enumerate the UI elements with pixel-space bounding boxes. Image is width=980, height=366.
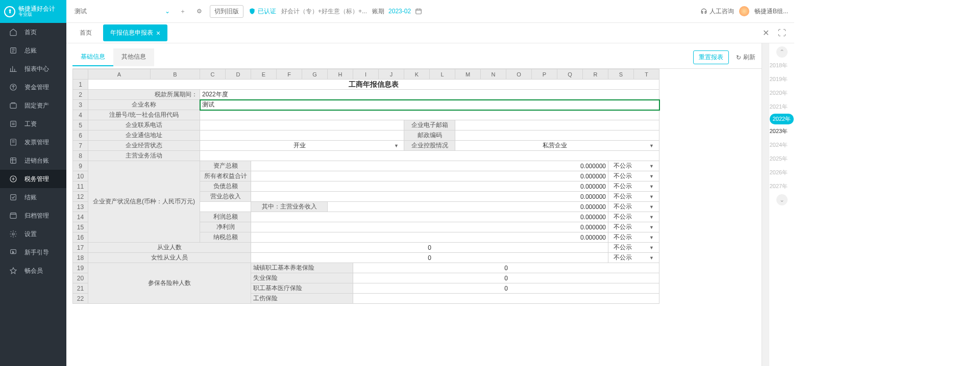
value-cell[interactable]: 0.000000 <box>251 192 608 202</box>
year-option[interactable]: 2023年 <box>770 124 794 138</box>
dropdown-cell[interactable]: 开业▼ <box>200 141 404 151</box>
column-header[interactable]: M <box>455 69 481 80</box>
column-header[interactable]: E <box>251 69 277 80</box>
row-header[interactable]: 13 <box>73 202 88 212</box>
row-header[interactable]: 3 <box>73 100 88 110</box>
row-header[interactable]: 9 <box>73 161 88 171</box>
input-cell[interactable] <box>455 120 659 130</box>
input-cell[interactable] <box>200 130 404 141</box>
dropdown-cell[interactable]: 不公示▼ <box>608 243 659 253</box>
value-cell[interactable]: 0 <box>251 253 608 263</box>
value-cell[interactable]: 0 <box>251 243 608 253</box>
column-header[interactable]: I <box>353 69 379 80</box>
value-cell[interactable]: 0 <box>353 263 659 273</box>
dropdown-cell[interactable]: 不公示▼ <box>608 192 659 202</box>
column-header[interactable]: Q <box>557 69 583 80</box>
year-up-icon[interactable]: ⌃ <box>776 46 788 58</box>
year-option[interactable]: 2026年 <box>770 166 794 179</box>
sidebar-item-inventory[interactable]: 进销台账 <box>0 151 66 170</box>
column-header[interactable]: B <box>151 69 200 80</box>
column-header[interactable]: G <box>302 69 328 80</box>
sidebar-item-funds[interactable]: 资金管理 <box>0 78 66 96</box>
dropdown-cell[interactable]: 不公示▼ <box>608 222 659 232</box>
sidebar-item-ledger[interactable]: 总账 <box>0 41 66 60</box>
tab-annual-report[interactable]: 年报信息申报表 × <box>103 24 167 41</box>
column-header[interactable]: F <box>277 69 302 80</box>
sidebar-item-reports[interactable]: 报表中心 <box>0 60 66 78</box>
year-option[interactable]: 2024年 <box>770 138 794 152</box>
value-cell[interactable]: 0.000000 <box>251 171 608 181</box>
column-header[interactable]: N <box>481 69 506 80</box>
value-cell[interactable]: 0.000000 <box>251 232 608 243</box>
row-header[interactable]: 18 <box>73 253 88 263</box>
row-header[interactable]: 11 <box>73 181 88 192</box>
scrollbar[interactable] <box>762 43 769 366</box>
tab-home[interactable]: 首页 <box>72 24 99 41</box>
value-cell[interactable]: 0 <box>353 273 659 283</box>
support-link[interactable]: 人工咨询 <box>700 7 734 16</box>
close-all-icon[interactable]: ✕ <box>760 27 772 39</box>
input-cell[interactable] <box>200 151 659 161</box>
row-header[interactable]: 10 <box>73 171 88 181</box>
column-header[interactable]: A <box>88 69 151 80</box>
row-header[interactable]: 12 <box>73 192 88 202</box>
year-option[interactable]: 2019年 <box>770 72 794 86</box>
sheet-tab-basic[interactable]: 基础信息 <box>72 48 113 66</box>
company-name-cell[interactable]: 测试 <box>200 100 659 110</box>
sheet-tab-other[interactable]: 其他信息 <box>113 48 154 66</box>
sidebar-item-vip[interactable]: 畅会员 <box>0 262 66 280</box>
row-header[interactable]: 17 <box>73 243 88 253</box>
column-header[interactable]: L <box>430 69 455 80</box>
year-option[interactable]: 2021年 <box>770 100 794 114</box>
row-header[interactable]: 16 <box>73 232 88 243</box>
gear-icon[interactable]: ⚙ <box>193 6 205 17</box>
column-header[interactable]: D <box>226 69 251 80</box>
sidebar-item-guide[interactable]: 新手引导 <box>0 243 66 262</box>
dropdown-cell[interactable]: 不公示▼ <box>608 232 659 243</box>
year-option[interactable]: 2022年 <box>770 114 794 124</box>
refresh-button[interactable]: ↻ 刷新 <box>736 53 755 62</box>
row-header[interactable]: 8 <box>73 151 88 161</box>
column-header[interactable]: J <box>379 69 404 80</box>
row-header[interactable]: 6 <box>73 130 88 141</box>
sidebar-item-home[interactable]: 首页 <box>0 23 66 41</box>
dropdown-cell[interactable]: 不公示▼ <box>608 212 659 222</box>
row-header[interactable]: 14 <box>73 212 88 222</box>
dropdown-cell[interactable]: 不公示▼ <box>608 161 659 171</box>
sidebar-item-settings[interactable]: 设置 <box>0 225 66 243</box>
column-header[interactable]: R <box>583 69 608 80</box>
value-cell[interactable]: 0.000000 <box>328 202 608 212</box>
dropdown-cell[interactable]: 不公示▼ <box>608 202 659 212</box>
year-option[interactable]: 2027年 <box>770 179 794 193</box>
column-header[interactable]: C <box>200 69 226 80</box>
dropdown-cell[interactable]: 不公示▼ <box>608 181 659 192</box>
reset-button[interactable]: 重置报表 <box>693 50 729 64</box>
sidebar-item-closing[interactable]: 结账 <box>0 188 66 206</box>
sidebar-item-archive[interactable]: 归档管理 <box>0 206 66 225</box>
fullscreen-icon[interactable]: ⛶ <box>776 27 788 39</box>
sidebar-item-invoice[interactable]: 发票管理 <box>0 133 66 151</box>
column-header[interactable]: O <box>506 69 532 80</box>
year-option[interactable]: 2020年 <box>770 86 794 100</box>
add-icon[interactable]: ＋ <box>177 6 188 17</box>
period-selector[interactable]: 账期 2023-02 <box>372 7 422 16</box>
row-header[interactable]: 21 <box>73 283 88 294</box>
row-header[interactable]: 4 <box>73 110 88 120</box>
corner-cell[interactable] <box>73 69 88 80</box>
year-option[interactable]: 2025年 <box>770 152 794 166</box>
sidebar-item-salary[interactable]: 工资 <box>0 115 66 133</box>
row-header[interactable]: 5 <box>73 120 88 130</box>
spreadsheet[interactable]: ABCDEFGHIJKLMNOPQRST 1工商年报信息表2税款所属期间：202… <box>72 68 762 366</box>
sidebar-item-assets[interactable]: 固定资产 <box>0 96 66 115</box>
value-cell[interactable]: 0.000000 <box>251 222 608 232</box>
sidebar-item-tax[interactable]: 税务管理 <box>0 170 66 188</box>
column-header[interactable]: P <box>532 69 557 80</box>
input-cell[interactable] <box>455 130 659 141</box>
row-header[interactable]: 19 <box>73 263 88 273</box>
value-cell[interactable]: 0.000000 <box>251 181 608 192</box>
year-down-icon[interactable]: ⌄ <box>776 194 788 205</box>
row-header[interactable]: 7 <box>73 141 88 151</box>
row-header[interactable]: 1 <box>73 80 88 90</box>
row-header[interactable]: 22 <box>73 294 88 304</box>
old-version-button[interactable]: 切到旧版 <box>210 5 243 18</box>
